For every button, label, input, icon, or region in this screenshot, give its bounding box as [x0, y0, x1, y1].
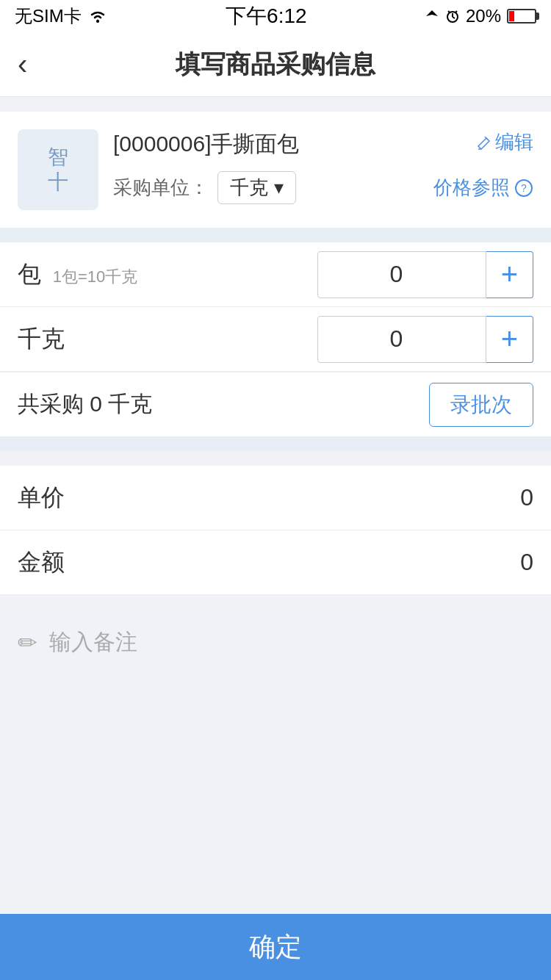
alarm-icon [445, 9, 460, 24]
kilogram-label-container: 千克 [18, 323, 317, 356]
divider-1 [0, 228, 551, 242]
bao-plus-button[interactable]: + [486, 251, 533, 298]
nav-bar: ‹ 填写商品采购信息 [0, 32, 551, 97]
product-name: [0000006]手撕面包 [113, 129, 299, 159]
svg-text:?: ? [521, 182, 527, 194]
unit-price-row: 单价 0 [0, 466, 551, 530]
amount-value: 0 [520, 549, 533, 576]
product-section: 智 十 [0000006]手撕面包 编辑 采购单位： 千克 ▾ [0, 112, 551, 228]
location-icon [425, 9, 439, 24]
status-bar: 无SIM卡 下午6:12 20% [0, 0, 551, 32]
unit-label: 采购单位： [113, 175, 209, 201]
notes-section[interactable]: ✏ 输入备注 [0, 610, 551, 675]
kilogram-input-row: 千克 + [0, 307, 551, 372]
content-area [0, 675, 551, 881]
carrier-text: 无SIM卡 [15, 4, 82, 28]
unit-price-value: 0 [520, 484, 533, 511]
batch-button[interactable]: 录批次 [429, 383, 533, 427]
pencil-icon: ✏ [18, 629, 37, 657]
svg-point-0 [96, 20, 99, 23]
battery-icon [507, 9, 536, 24]
kilogram-input[interactable] [317, 316, 486, 363]
summary-text: 共采购 0 千克 [18, 389, 152, 419]
unit-value: 千克 [230, 175, 268, 201]
kilogram-main-label: 千克 [18, 325, 65, 352]
price-section: 单价 0 金额 0 [0, 466, 551, 595]
bao-input[interactable] [317, 251, 486, 298]
price-ref-button[interactable]: 价格参照 ? [433, 175, 533, 201]
edit-icon [476, 134, 492, 151]
unit-price-label: 单价 [18, 482, 65, 514]
bao-label-container: 包 1包=10千克 [18, 259, 317, 291]
bao-sub-label: 1包=10千克 [53, 267, 138, 286]
product-info: [0000006]手撕面包 编辑 采购单位： 千克 ▾ 价格参照 [113, 129, 533, 204]
amount-row: 金额 0 [0, 530, 551, 595]
bao-input-controls: + [317, 251, 533, 298]
svg-line-5 [455, 11, 457, 12]
unit-selector[interactable]: 采购单位： 千克 ▾ [113, 171, 296, 204]
bao-main-label: 包 [18, 261, 41, 287]
status-bar-left: 无SIM卡 [15, 4, 108, 28]
page-title: 填写商品采购信息 [176, 48, 375, 82]
confirm-button[interactable]: 确定 [0, 914, 551, 980]
status-bar-right: 20% [425, 6, 536, 26]
unit-dropdown[interactable]: 千克 ▾ [217, 171, 296, 204]
status-bar-time: 下午6:12 [226, 2, 307, 30]
wifi-icon [87, 9, 108, 24]
input-section: 包 1包=10千克 + 千克 + [0, 242, 551, 372]
purchase-unit-row: 采购单位： 千克 ▾ 价格参照 ? [113, 171, 533, 204]
summary-row: 共采购 0 千克 录批次 [0, 372, 551, 436]
help-icon: ? [514, 179, 533, 198]
back-button[interactable]: ‹ [18, 48, 27, 81]
kilogram-input-controls: + [317, 316, 533, 363]
svg-line-4 [448, 11, 450, 12]
product-image: 智 十 [18, 129, 98, 210]
amount-label: 金额 [18, 547, 65, 579]
divider-2 [0, 436, 551, 451]
bao-input-row: 包 1包=10千克 + [0, 242, 551, 307]
notes-placeholder: 输入备注 [49, 627, 137, 657]
product-logo: 智 十 [48, 145, 68, 194]
edit-button[interactable]: 编辑 [476, 129, 533, 155]
battery-percent: 20% [466, 6, 501, 26]
kilogram-plus-button[interactable]: + [486, 316, 533, 363]
svg-line-3 [453, 17, 455, 18]
dropdown-arrow-icon: ▾ [274, 176, 284, 199]
product-name-row: [0000006]手撕面包 编辑 [113, 129, 533, 159]
